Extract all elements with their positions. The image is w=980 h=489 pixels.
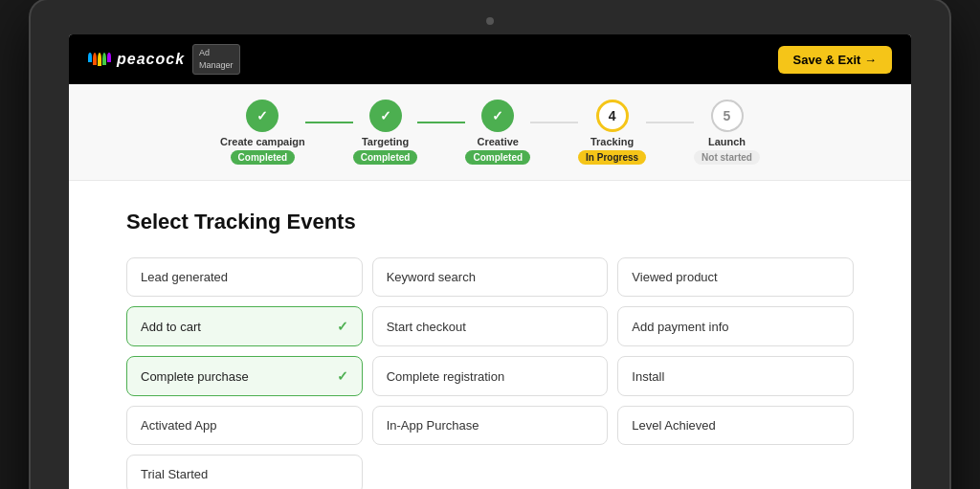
save-exit-button[interactable]: Save & Exit → [778,46,892,74]
step-3-label: Creative [478,136,519,147]
check-icon: ✓ [337,319,348,334]
event-trial-started[interactable]: Trial Started [126,455,363,489]
step-1-label: Create campaign [220,136,305,147]
screen: peacock AdManager Save & Exit → ✓ Create… [69,34,911,489]
step-tracking: 4 Tracking In Progress [578,100,646,165]
step-3-circle: ✓ [481,100,514,132]
event-label: Install [632,369,664,384]
connector-4 [646,122,694,123]
event-add-to-cart[interactable]: Add to cart ✓ [126,306,363,346]
event-keyword-search[interactable]: Keyword search [372,257,609,297]
step-5-circle: 5 [711,100,744,132]
step-creative: ✓ Creative Completed [465,100,530,165]
event-label: Viewed product [632,270,717,284]
event-label: Add payment info [632,320,728,334]
peacock-feathers [88,53,111,66]
event-label: Start checkout [387,320,466,334]
peacock-logo: peacock [88,51,185,68]
event-label: Trial Started [141,467,208,481]
step-targeting: ✓ Targeting Completed [353,100,418,165]
laptop-wrapper: peacock AdManager Save & Exit → ✓ Create… [31,0,949,489]
event-lead-generated[interactable]: Lead generated [126,257,363,297]
event-label: Complete purchase [141,369,249,384]
step-3-status: Completed [465,150,530,165]
connector-2 [417,122,465,123]
connector-3 [530,122,578,123]
step-2-status: Completed [353,150,418,165]
step-create-campaign: ✓ Create campaign Completed [220,100,305,165]
event-activated-app[interactable]: Activated App [126,406,363,445]
event-in-app-purchase[interactable]: In-App Purchase [372,406,609,445]
event-label: In-App Purchase [387,418,479,433]
step-5-label: Launch [708,136,746,147]
event-label: Keyword search [387,270,476,284]
top-nav: peacock AdManager Save & Exit → [69,34,911,84]
step-1-status: Completed [231,150,296,165]
step-launch: 5 Launch Not started [694,100,760,165]
step-1-circle: ✓ [246,100,278,132]
progress-area: ✓ Create campaign Completed ✓ Targeting … [69,84,911,181]
step-4-label: Tracking [590,136,634,147]
screen-bezel: peacock AdManager Save & Exit → ✓ Create… [31,0,949,489]
event-install[interactable]: Install [617,356,854,396]
camera [486,17,494,25]
step-2-label: Targeting [362,136,409,147]
section-title: Select Tracking Events [126,210,854,234]
event-complete-registration[interactable]: Complete registration [372,356,609,396]
tracking-events-grid: Lead generated Keyword search Viewed pro… [126,257,854,489]
step-5-status: Not started [694,150,760,165]
feather-2 [93,53,97,65]
connector-1 [305,122,353,123]
feather-3 [98,53,101,66]
step-2-circle: ✓ [369,100,402,132]
event-complete-purchase[interactable]: Complete purchase ✓ [126,356,363,396]
event-label: Activated App [141,418,217,433]
event-label: Lead generated [141,270,228,284]
logo-text: peacock [117,51,185,68]
check-icon: ✓ [337,368,348,384]
event-add-payment-info[interactable]: Add payment info [617,306,854,346]
feather-5 [107,53,111,62]
event-viewed-product[interactable]: Viewed product [617,257,854,297]
feather-4 [102,53,106,65]
step-4-circle: 4 [596,100,629,132]
event-level-achieved[interactable]: Level Achieved [617,406,854,445]
event-label: Complete registration [387,369,505,384]
event-label: Level Achieved [632,418,715,433]
event-label: Add to cart [141,320,201,334]
step-4-status: In Progress [578,150,646,165]
event-start-checkout[interactable]: Start checkout [372,306,609,346]
ad-manager-badge: AdManager [192,44,240,74]
main-content: Select Tracking Events Lead generated Ke… [69,181,911,489]
logo-area: peacock AdManager [88,44,240,74]
feather-1 [88,53,92,62]
